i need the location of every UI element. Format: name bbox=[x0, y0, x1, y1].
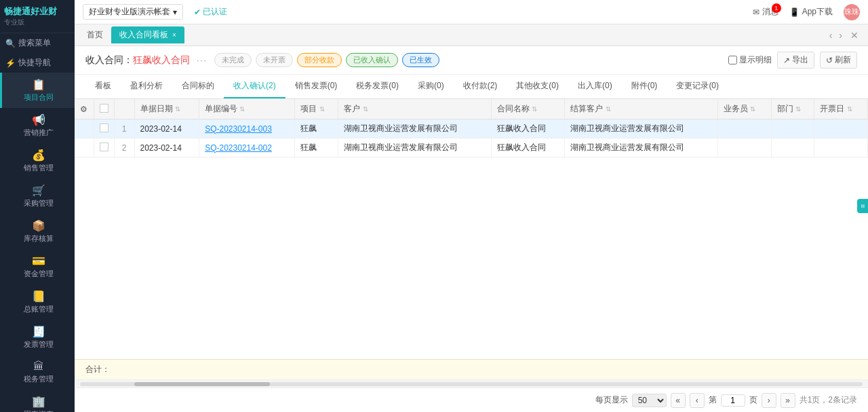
tab-home[interactable]: 首页 bbox=[80, 26, 110, 43]
subtab-other-income[interactable]: 其他收支(0) bbox=[507, 75, 568, 98]
status-btn-effective[interactable]: 已生效 bbox=[402, 53, 439, 67]
col-salesperson[interactable]: 业务员 ⇅ bbox=[718, 99, 771, 119]
subtab-warehouse[interactable]: 出入库(0) bbox=[568, 75, 622, 98]
footer-label: 合计： bbox=[85, 364, 110, 375]
status-btn-not-invoiced[interactable]: 未开票 bbox=[256, 53, 293, 67]
order-link-1[interactable]: SQ-20230214-002 bbox=[205, 143, 272, 153]
row-contract-1: 狂飙收入合同 bbox=[491, 138, 565, 157]
subtab-change-log[interactable]: 变更记录(0) bbox=[667, 75, 728, 98]
sidebar-item-invoice[interactable]: 🧾 发票管理 bbox=[0, 320, 75, 355]
col-customer[interactable]: 客户 ⇅ bbox=[338, 99, 492, 119]
sidebar-item-inventory[interactable]: 📦 库存核算 bbox=[0, 214, 75, 249]
per-page-label: 每页显示 bbox=[595, 394, 628, 406]
refresh-label: 刷新 bbox=[835, 54, 851, 66]
sidebar-item-fixed-assets[interactable]: 🏢 固定资产 bbox=[0, 390, 75, 412]
per-page-select[interactable]: 50 20 100 bbox=[632, 394, 667, 407]
sidebar-item-general-ledger[interactable]: 📒 总账管理 bbox=[0, 284, 75, 320]
row-check-1[interactable] bbox=[94, 138, 114, 157]
col-order-no[interactable]: 单据编号 ⇅ bbox=[199, 99, 295, 119]
sort-settle-icon: ⇅ bbox=[606, 105, 611, 113]
sidebar-label-project-contract: 项目合同 bbox=[24, 92, 54, 102]
sidebar-item-project-contract[interactable]: 📋 项目合同 bbox=[0, 73, 75, 108]
order-link-0[interactable]: SQ-20230214-003 bbox=[205, 124, 272, 134]
page-next-button[interactable]: › bbox=[762, 393, 776, 408]
page-prev-button[interactable]: ‹ bbox=[690, 393, 705, 408]
col-project[interactable]: 项目 ⇅ bbox=[295, 99, 338, 119]
col-contract-name[interactable]: 合同名称 ⇅ bbox=[491, 99, 565, 119]
main-area: 好业财专业版演示帐套 ▾ ✔ 已认证 ✉ 1 消息 📱 App下载 珠珠 bbox=[75, 0, 868, 412]
subtab-income-confirm[interactable]: 收入确认(2) bbox=[224, 75, 285, 98]
user-avatar-button[interactable]: 珠珠 bbox=[844, 4, 860, 20]
table-wrap: ⚙ 单据日期 ⇅ 单据编号 ⇅ 项目 ⇅ 客户 ⇅ 合同名称 ⇅ 结算客户 ⇅ … bbox=[75, 99, 868, 359]
subtab-profit-analysis[interactable]: 盈利分析 bbox=[121, 75, 172, 98]
tab-close-icon[interactable]: × bbox=[172, 31, 176, 39]
app-download-button[interactable]: 📱 App下载 bbox=[789, 6, 833, 18]
row-checkbox-1[interactable] bbox=[100, 143, 108, 151]
sidebar-item-sales[interactable]: 💰 销售管理 bbox=[0, 143, 75, 179]
select-all-checkbox[interactable] bbox=[100, 104, 108, 113]
sort-customer-icon: ⇅ bbox=[363, 105, 368, 113]
export-icon: ↗ bbox=[783, 56, 790, 65]
search-icon: 🔍 bbox=[5, 39, 16, 48]
tab-close-button[interactable]: ✕ bbox=[846, 29, 863, 42]
col-department[interactable]: 部门 ⇅ bbox=[771, 99, 814, 119]
subtab-attachment[interactable]: 附件(0) bbox=[622, 75, 667, 98]
sidebar-item-marketing[interactable]: 📢 营销推广 bbox=[0, 108, 75, 143]
row-check-0[interactable] bbox=[94, 119, 114, 138]
sidebar-icon-inventory: 📦 bbox=[32, 219, 45, 232]
status-btn-partial-received[interactable]: 部分收款 bbox=[297, 53, 342, 67]
status-btn-confirmed[interactable]: 已收入确认 bbox=[346, 53, 398, 67]
sidebar-item-tax[interactable]: 🏛 税务管理 bbox=[0, 355, 75, 390]
subtab-payment[interactable]: 收付款(2) bbox=[454, 75, 507, 98]
message-badge: 1 bbox=[772, 3, 781, 13]
table-row[interactable]: 2 2023-02-14 SQ-20230214-002 狂飙 湖南卫视商业运营… bbox=[75, 138, 868, 157]
sidebar-label-fixed-assets: 固定资产 bbox=[24, 409, 54, 412]
tab-nav-prev[interactable]: ‹ bbox=[827, 29, 835, 42]
sidebar-icon-purchase: 🛒 bbox=[32, 184, 45, 197]
tab-nav-next[interactable]: › bbox=[836, 29, 845, 42]
tabbar: 首页 收入合同看板 × ‹ › ✕ bbox=[75, 24, 868, 46]
page-number-input[interactable] bbox=[721, 394, 745, 407]
subtab-sales-invoice[interactable]: 销售发票(0) bbox=[285, 75, 347, 98]
subtab-board[interactable]: 看板 bbox=[85, 75, 121, 98]
message-button[interactable]: ✉ 1 消息 bbox=[753, 6, 778, 18]
title-prefix: 收入合同： bbox=[85, 54, 133, 65]
page-total-label: 共1页，2条记录 bbox=[800, 394, 857, 406]
show-detail-checkbox[interactable] bbox=[728, 56, 737, 64]
table-row[interactable]: 1 2023-02-14 SQ-20230214-003 狂飙 湖南卫视商业运营… bbox=[75, 119, 868, 138]
sort-date-icon: ⇅ bbox=[175, 105, 180, 113]
row-orderno-1[interactable]: SQ-20230214-002 bbox=[199, 138, 295, 157]
sidebar-icon-project-contract: 📋 bbox=[32, 78, 45, 91]
check-icon: ✔ bbox=[194, 7, 201, 17]
subtab-tax-invoice[interactable]: 税务发票(0) bbox=[347, 75, 408, 98]
sidebar-quick-nav[interactable]: ⚡ 快捷导航 bbox=[0, 53, 75, 73]
sidebar-search-label: 搜索菜单 bbox=[18, 37, 51, 49]
company-selector[interactable]: 好业财专业版演示帐套 ▾ bbox=[83, 4, 183, 20]
horizontal-scrollbar[interactable] bbox=[75, 379, 868, 388]
tab-income-contract-board[interactable]: 收入合同看板 × bbox=[111, 26, 184, 43]
subtab-purchase[interactable]: 采购(0) bbox=[408, 75, 454, 98]
subtab-contract-standard[interactable]: 合同标的 bbox=[172, 75, 224, 98]
right-panel-toggle[interactable]: ≡ bbox=[857, 199, 868, 214]
more-options-button[interactable]: ··· bbox=[197, 56, 208, 65]
status-btn-not-complete[interactable]: 未完成 bbox=[214, 53, 252, 67]
sidebar-item-funds[interactable]: 💳 资金管理 bbox=[0, 249, 75, 284]
row-checkbox-0[interactable] bbox=[100, 124, 108, 132]
row-num-0: 1 bbox=[114, 119, 134, 138]
sidebar-icon-sales: 💰 bbox=[32, 149, 45, 162]
scrollbar-thumb[interactable] bbox=[134, 382, 270, 386]
col-date[interactable]: 单据日期 ⇅ bbox=[134, 99, 199, 119]
row-setting-1 bbox=[75, 138, 94, 157]
sidebar-item-purchase[interactable]: 🛒 采购管理 bbox=[0, 179, 75, 214]
export-button[interactable]: ↗ 导出 bbox=[777, 52, 814, 69]
col-open-date[interactable]: 开票日 ⇅ bbox=[814, 99, 868, 119]
col-settle-customer[interactable]: 结算客户 ⇅ bbox=[565, 99, 718, 119]
row-orderno-0[interactable]: SQ-20230214-003 bbox=[199, 119, 295, 138]
sort-contract-icon: ⇅ bbox=[532, 105, 537, 113]
col-setting[interactable]: ⚙ bbox=[75, 99, 94, 119]
sidebar-search[interactable]: 🔍 搜索菜单 bbox=[0, 33, 75, 53]
page-first-button[interactable]: « bbox=[671, 393, 686, 408]
refresh-button[interactable]: ↺ 刷新 bbox=[820, 52, 857, 69]
page-last-button[interactable]: » bbox=[781, 393, 795, 408]
row-date-0: 2023-02-14 bbox=[134, 119, 199, 138]
